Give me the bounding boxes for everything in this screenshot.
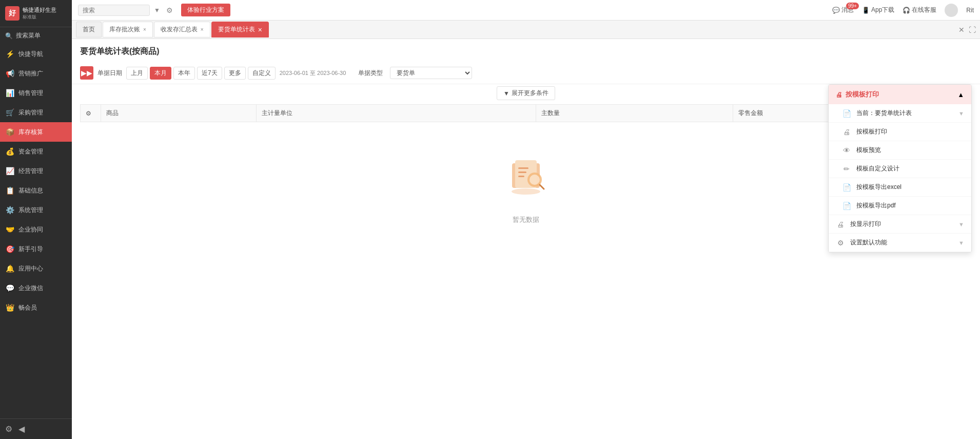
- sidebar-item-appstore[interactable]: 🔔 应用中心: [0, 259, 72, 278]
- tab-batch-account-close[interactable]: ×: [143, 27, 146, 32]
- column-settings[interactable]: ⚙: [81, 105, 101, 122]
- sidebar-item-finance[interactable]: 💰 资金管理: [0, 142, 72, 161]
- sidebar-item-inventory[interactable]: 📦 库存核算: [0, 122, 72, 142]
- date-btn-last-month[interactable]: 上月: [126, 67, 148, 80]
- phone-icon: 📱: [862, 7, 870, 14]
- tab-receipt-summary-close[interactable]: ×: [201, 27, 204, 32]
- topbar-right: 💬 消息 99+ 📱 App下载 🎧 在线客服 Rit: [832, 4, 974, 17]
- sidebar: 好 畅捷通好生意 标准版 🔍 搜索菜单 ⚡ 快捷导航 📢 营销推广 📊 销售管理…: [0, 0, 72, 439]
- topbar: ▼ ⚙ 体验行业方案 💬 消息 99+ 📱 App下载 🎧 在线客服 Rit: [72, 0, 980, 21]
- username[interactable]: Rit: [966, 7, 974, 14]
- sidebar-item-member[interactable]: 👑 畅会员: [0, 298, 72, 317]
- topbar-app-download[interactable]: 📱 App下载: [862, 6, 894, 14]
- tab-order-summary[interactable]: 要货单统计表 ×: [211, 22, 269, 37]
- wechat-icon: 💬: [5, 283, 14, 293]
- tab-home[interactable]: 首页: [76, 22, 102, 37]
- close-window-icon[interactable]: ✕: [958, 26, 965, 34]
- sidebar-item-sales[interactable]: 📊 销售管理: [0, 83, 72, 103]
- date-filter-label: 单据日期: [97, 69, 122, 78]
- sidebar-item-label: 应用中心: [18, 264, 43, 273]
- sidebar-item-newbie[interactable]: 🎯 新手引导: [0, 239, 72, 259]
- topbar-chevron-icon[interactable]: ▼: [154, 7, 160, 14]
- empty-icon: [503, 153, 549, 209]
- tab-order-summary-label: 要货单统计表: [218, 25, 255, 34]
- collapse-icon[interactable]: ◀: [18, 424, 25, 434]
- template-preview-label: 模板预览: [856, 146, 964, 155]
- print-dropdown-close-icon[interactable]: ▲: [957, 91, 964, 99]
- sidebar-item-label: 基础信息: [18, 186, 43, 195]
- sidebar-item-basic[interactable]: 📋 基础信息: [0, 181, 72, 200]
- print-dropdown-item-template-pdf[interactable]: 📄 按模板导出pdf: [829, 197, 971, 215]
- maximize-icon[interactable]: ⛶: [969, 26, 976, 34]
- messages-badge: 99+: [846, 3, 859, 9]
- tab-home-label: 首页: [83, 25, 95, 34]
- type-filter-label: 单据类型: [358, 69, 383, 78]
- experience-btn[interactable]: 体验行业方案: [181, 4, 230, 16]
- sidebar-item-purchase[interactable]: 🛒 采购管理: [0, 103, 72, 122]
- display-print-icon: 🖨: [836, 220, 845, 228]
- tabs-maximize-area: ✕ ⛶: [958, 26, 976, 34]
- sidebar-item-label: 快捷导航: [18, 50, 43, 59]
- print-dropdown-item-default-func[interactable]: ⚙ 设置默认功能 ▼: [829, 234, 971, 252]
- sidebar-bottom: ⚙ ◀: [0, 418, 72, 439]
- date-btn-current-year[interactable]: 本年: [173, 67, 195, 80]
- sidebar-item-collab[interactable]: 🤝 企业协同: [0, 220, 72, 239]
- quick-nav-icon: ⚡: [5, 49, 14, 59]
- topbar-messages[interactable]: 💬 消息 99+: [832, 6, 854, 14]
- tab-receipt-summary[interactable]: 收发存汇总表 ×: [154, 22, 210, 37]
- sidebar-item-operations[interactable]: 📈 经营管理: [0, 161, 72, 181]
- type-filter-select[interactable]: 要货单: [390, 67, 472, 79]
- app-logo: 好 畅捷通好生意 标准版: [0, 0, 72, 27]
- tab-receipt-summary-label: 收发存汇总表: [161, 25, 198, 34]
- user-avatar[interactable]: [945, 4, 958, 17]
- tab-batch-account[interactable]: 库存批次账 ×: [103, 22, 153, 37]
- headset-icon: 🎧: [903, 7, 910, 14]
- svg-rect-8: [518, 176, 524, 177]
- print-dropdown-header[interactable]: 🖨 按模板打印 ▲: [829, 85, 971, 104]
- sidebar-item-marketing[interactable]: 📢 营销推广: [0, 64, 72, 83]
- app-name: 畅捷通好生意: [23, 6, 56, 13]
- member-icon: 👑: [5, 303, 14, 312]
- logo-icon: 好: [5, 6, 19, 21]
- sidebar-item-system[interactable]: ⚙️ 系统管理: [0, 200, 72, 220]
- expand-label: 展开更多条件: [512, 89, 548, 98]
- sidebar-item-wechat[interactable]: 💬 企业微信: [0, 278, 72, 298]
- print-dropdown-item-template-excel[interactable]: 📄 按模板导出excel: [829, 178, 971, 197]
- template-pdf-icon: 📄: [842, 202, 851, 210]
- column-unit: 主计量单位: [257, 105, 536, 122]
- date-btn-current-month[interactable]: 本月: [150, 67, 171, 80]
- newbie-icon: 🎯: [5, 244, 14, 254]
- appstore-icon: 🔔: [5, 264, 14, 273]
- purchase-icon: 🛒: [5, 108, 14, 117]
- settings-bottom-icon[interactable]: ⚙: [5, 424, 12, 434]
- date-btn-custom[interactable]: 自定义: [248, 67, 276, 80]
- expand-more-btn[interactable]: ▼ 展开更多条件: [497, 86, 555, 100]
- tab-order-summary-close[interactable]: ×: [258, 26, 262, 34]
- svg-line-5: [540, 185, 544, 189]
- sidebar-item-label: 新手引导: [18, 245, 43, 254]
- svg-rect-7: [518, 171, 526, 173]
- print-dropdown-item-display-print[interactable]: 🖨 按显示打印 ▼: [829, 215, 971, 234]
- date-filter-buttons: 上月 本月 本年 近7天 更多 自定义 2023-06-01 至 2023-06…: [126, 67, 346, 80]
- date-btn-7days[interactable]: 近7天: [197, 67, 222, 80]
- app-download-label: App下载: [871, 6, 894, 14]
- print-dropdown-item-template-design[interactable]: ✏ 模板自定义设计: [829, 160, 971, 178]
- sidebar-item-label: 系统管理: [18, 206, 43, 215]
- print-dropdown-current[interactable]: 📄 当前：要货单统计表 ▼: [829, 104, 971, 123]
- filter-expand-btn[interactable]: ▶▶: [80, 66, 93, 80]
- topbar-gear-icon[interactable]: ⚙: [166, 6, 173, 14]
- sidebar-search[interactable]: 🔍 搜索菜单: [0, 27, 72, 44]
- topbar-online-service[interactable]: 🎧 在线客服: [903, 6, 936, 14]
- print-dropdown-item-template-print[interactable]: 🖨 按模板打印: [829, 123, 971, 141]
- search-icon: 🔍: [5, 32, 13, 40]
- print-dropdown-item-template-preview[interactable]: 👁 模板预览: [829, 141, 971, 160]
- app-badge: 标准版: [23, 14, 56, 21]
- default-func-icon: ⚙: [836, 239, 845, 247]
- date-btn-more[interactable]: 更多: [224, 67, 246, 80]
- sidebar-item-quick-nav[interactable]: ⚡ 快捷导航: [0, 44, 72, 64]
- template-design-label: 模板自定义设计: [856, 164, 964, 173]
- sidebar-item-label: 库存核算: [18, 128, 43, 137]
- topbar-search-input[interactable]: [78, 5, 150, 16]
- sidebar-nav: ⚡ 快捷导航 📢 营销推广 📊 销售管理 🛒 采购管理 📦 库存核算 💰 资金管…: [0, 44, 72, 418]
- svg-point-4: [530, 175, 540, 185]
